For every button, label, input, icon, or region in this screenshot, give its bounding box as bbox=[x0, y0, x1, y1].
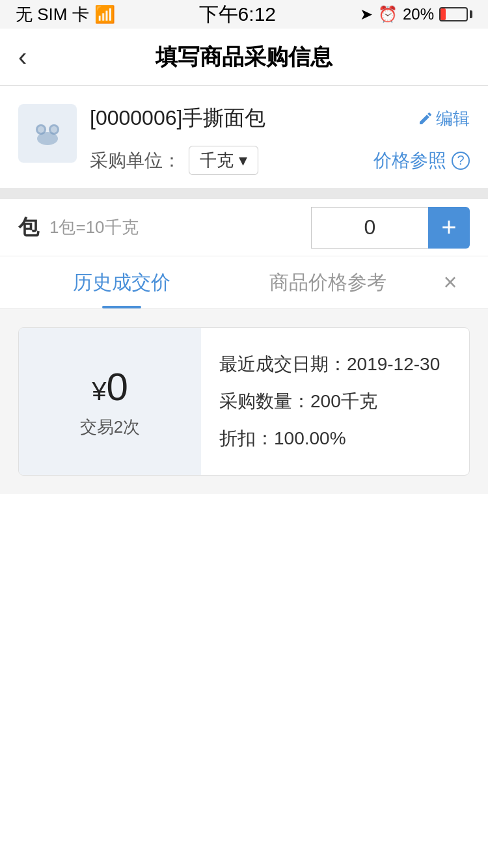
unit-label-text: 采购单位： bbox=[90, 148, 181, 173]
product-logo bbox=[18, 104, 77, 163]
price-details-right: 最近成交日期：2019-12-30 采购数量：200千克 折扣：100.00% bbox=[201, 328, 469, 475]
tab-product-price-ref[interactable]: 商品价格参考 bbox=[224, 256, 431, 308]
unit-value: 千克 bbox=[200, 149, 234, 172]
product-name: [0000006]手撕面包 bbox=[90, 104, 265, 133]
package-icon-label: 包 bbox=[18, 213, 39, 242]
tab-product-price-ref-label: 商品价格参考 bbox=[269, 269, 386, 296]
tab-section: 历史成交价 商品价格参考 × bbox=[0, 256, 488, 309]
status-bar: 无 SIM 卡 📶 下午6:12 ➤ ⏰ 20% bbox=[0, 0, 488, 29]
dropdown-arrow-icon: ▾ bbox=[239, 150, 247, 170]
page-title: 填写商品采购信息 bbox=[156, 42, 332, 72]
discount-value: 100.00% bbox=[274, 428, 346, 448]
product-section: [0000006]手撕面包 编辑 采购单位： 千克 ▾ 价格参照 ? bbox=[0, 86, 488, 189]
close-icon: × bbox=[443, 269, 457, 296]
price-card-area: ¥0 交易2次 最近成交日期：2019-12-30 采购数量：200千克 折扣：… bbox=[0, 309, 488, 494]
svg-point-2 bbox=[37, 132, 58, 145]
battery-percent: 20% bbox=[403, 5, 434, 23]
tab-bar: 历史成交价 商品价格参考 × bbox=[0, 256, 488, 308]
currency-symbol: ¥ bbox=[92, 377, 106, 405]
discount-row: 折扣：100.00% bbox=[219, 426, 451, 451]
tab-historical-price-label: 历史成交价 bbox=[73, 269, 170, 296]
help-icon: ? bbox=[452, 152, 470, 170]
latest-date-value: 2019-12-30 bbox=[347, 354, 440, 374]
wifi-icon: 📶 bbox=[94, 5, 115, 25]
price-card: ¥0 交易2次 最近成交日期：2019-12-30 采购数量：200千克 折扣：… bbox=[18, 327, 470, 476]
tab-historical-price[interactable]: 历史成交价 bbox=[18, 256, 224, 308]
sim-status: 无 SIM 卡 bbox=[16, 3, 89, 26]
page-rest bbox=[0, 494, 488, 868]
price-ref-label: 价格参照 bbox=[373, 148, 446, 173]
status-right: ➤ ⏰ 20% bbox=[360, 5, 472, 23]
status-left: 无 SIM 卡 📶 bbox=[16, 3, 115, 26]
quantity-label-group: 包 1包=10千克 bbox=[18, 213, 139, 242]
unit-select[interactable]: 千克 ▾ bbox=[189, 146, 258, 175]
purchase-qty-row: 采购数量：200千克 bbox=[219, 388, 451, 414]
svg-point-3 bbox=[38, 126, 44, 133]
purchase-qty-label: 采购数量： bbox=[219, 391, 310, 411]
latest-date-label: 最近成交日期： bbox=[219, 354, 347, 374]
back-button[interactable]: ‹ bbox=[18, 42, 27, 72]
product-header: [0000006]手撕面包 编辑 bbox=[90, 104, 470, 133]
unit-label-group: 采购单位： 千克 ▾ bbox=[90, 146, 258, 175]
price-reference-button[interactable]: 价格参照 ? bbox=[373, 148, 470, 173]
price-trades: 交易2次 bbox=[80, 416, 140, 439]
product-unit-row: 采购单位： 千克 ▾ 价格参照 ? bbox=[90, 146, 470, 175]
status-time: 下午6:12 bbox=[199, 1, 276, 28]
quantity-unit-hint: 1包=10千克 bbox=[49, 216, 139, 239]
quantity-input[interactable] bbox=[311, 207, 428, 249]
quantity-row: 包 1包=10千克 + bbox=[0, 199, 488, 256]
nav-bar: ‹ 填写商品采购信息 bbox=[0, 29, 488, 86]
tab-close-button[interactable]: × bbox=[431, 263, 470, 302]
location-icon: ➤ bbox=[360, 5, 373, 23]
price-value: 0 bbox=[106, 365, 128, 409]
discount-label: 折扣： bbox=[219, 428, 274, 448]
quantity-controls: + bbox=[311, 207, 470, 249]
price-summary-left: ¥0 交易2次 bbox=[19, 328, 201, 475]
battery-indicator bbox=[439, 7, 472, 21]
price-amount: ¥0 bbox=[92, 364, 128, 409]
latest-date-row: 最近成交日期：2019-12-30 bbox=[219, 351, 451, 377]
quantity-plus-button[interactable]: + bbox=[428, 207, 470, 249]
edit-label: 编辑 bbox=[436, 107, 470, 130]
purchase-qty-value: 200千克 bbox=[310, 391, 377, 411]
product-info: [0000006]手撕面包 编辑 采购单位： 千克 ▾ 价格参照 ? bbox=[90, 104, 470, 175]
section-divider bbox=[0, 189, 488, 199]
edit-button[interactable]: 编辑 bbox=[418, 107, 470, 130]
svg-point-4 bbox=[51, 126, 57, 133]
alarm-icon: ⏰ bbox=[378, 5, 398, 23]
